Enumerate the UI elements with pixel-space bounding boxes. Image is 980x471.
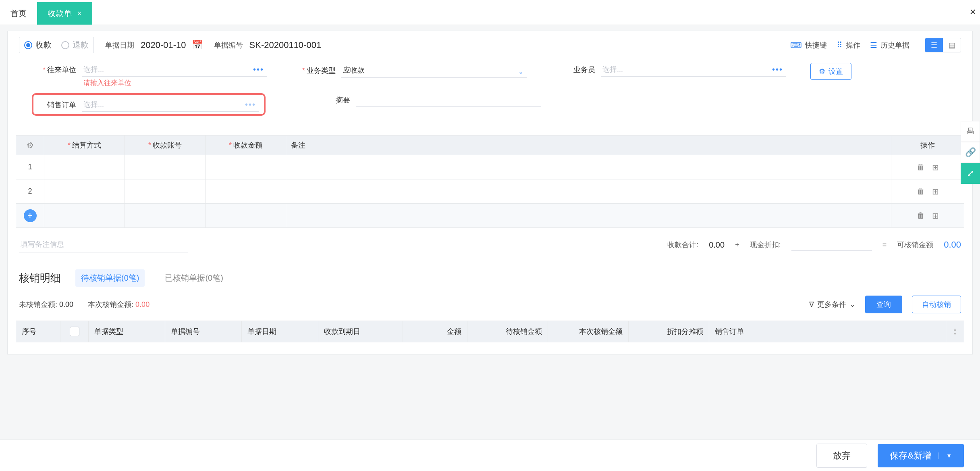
sales-order-highlight: 销售订单 ••• bbox=[32, 93, 266, 116]
grid-icon: ⠿ bbox=[837, 40, 843, 50]
cash-discount-input[interactable] bbox=[791, 239, 872, 251]
more-icon[interactable]: ••• bbox=[253, 65, 264, 74]
more-conditions-link[interactable]: ∇ 更多条件 ⌄ bbox=[809, 300, 855, 309]
tab-home[interactable]: 首页 bbox=[0, 2, 37, 25]
abandon-button[interactable]: 放弃 bbox=[816, 444, 867, 468]
col-account: *收款账号 bbox=[125, 135, 206, 155]
cell-account[interactable] bbox=[125, 155, 206, 179]
tab-pending-docs[interactable]: 待核销单据(0笔) bbox=[75, 269, 145, 287]
tab-receipt-label: 收款单 bbox=[48, 8, 72, 19]
filter-icon: ∇ bbox=[809, 300, 814, 309]
salesman-label: 业务员 bbox=[551, 65, 595, 75]
list-icon: ☰ bbox=[870, 40, 877, 50]
number-label: 单据编号 bbox=[214, 40, 243, 50]
unwriteoff-value: 0.00 bbox=[59, 300, 73, 308]
cell-note[interactable] bbox=[286, 179, 891, 203]
row-seq: 1 bbox=[16, 155, 44, 179]
col-discount: 折扣分摊额 bbox=[629, 321, 709, 342]
chevron-down-icon: ⌄ bbox=[849, 300, 855, 309]
radio-receipt[interactable]: 收款 bbox=[24, 40, 52, 50]
biz-type-label: *业务类型 bbox=[291, 66, 336, 75]
party-field: *往来单位 ••• bbox=[32, 63, 267, 77]
date-label: 单据日期 bbox=[105, 40, 134, 50]
radio-receipt-label: 收款 bbox=[35, 40, 52, 50]
cell-amount[interactable] bbox=[206, 179, 286, 203]
summary-label: 摘要 bbox=[306, 95, 350, 105]
table-row: 1 🗑 ⊞ bbox=[16, 155, 964, 179]
close-all-icon[interactable]: × bbox=[970, 6, 976, 18]
receipt-total-value: 0.00 bbox=[709, 240, 725, 250]
salesman-input[interactable] bbox=[601, 63, 786, 77]
radio-refund-label: 退款 bbox=[73, 40, 89, 50]
col-seq: 序号 bbox=[16, 321, 60, 342]
cell-note[interactable] bbox=[286, 155, 891, 179]
sales-order-input[interactable] bbox=[82, 98, 259, 112]
col-amount: *收款金额 bbox=[206, 135, 286, 155]
gear-icon[interactable]: ⚙ bbox=[16, 135, 44, 155]
writeoff-amount-label: 可核销金额 bbox=[897, 240, 933, 250]
col-sales-order: 销售订单 bbox=[709, 321, 946, 342]
col-doc-date: 单据日期 bbox=[242, 321, 318, 342]
cell-settle[interactable] bbox=[44, 179, 125, 203]
shortcut-link[interactable]: ⌨ 快捷键 bbox=[790, 40, 827, 50]
close-icon[interactable]: × bbox=[77, 9, 82, 18]
radio-icon bbox=[24, 41, 32, 49]
tab-done-docs[interactable]: 已核销单据(0笔) bbox=[159, 269, 228, 287]
view-card-button[interactable]: ▤ bbox=[943, 38, 961, 52]
more-icon[interactable]: ••• bbox=[245, 100, 256, 109]
cash-discount-label: 现金折扣: bbox=[750, 240, 781, 250]
biz-type-field: *业务类型 应收款 ⌄ bbox=[291, 63, 527, 78]
equals-sign: = bbox=[882, 241, 887, 249]
remark-input[interactable] bbox=[19, 237, 188, 252]
writeoff-amount-value: 0.00 bbox=[944, 240, 961, 250]
add-icon[interactable]: ⊞ bbox=[932, 187, 939, 196]
party-error: 请输入往来单位 bbox=[83, 78, 267, 88]
unwriteoff-label: 未核销金额: bbox=[19, 300, 57, 308]
col-amount: 金额 bbox=[403, 321, 467, 342]
radio-refund[interactable]: 退款 bbox=[61, 40, 89, 50]
settings-button[interactable]: ⚙ 设置 bbox=[810, 63, 851, 80]
operate-link[interactable]: ⠿ 操作 bbox=[837, 40, 860, 50]
this-writeoff-value: 0.00 bbox=[135, 300, 149, 308]
summary-input[interactable] bbox=[356, 93, 541, 107]
col-due-date: 收款到期日 bbox=[318, 321, 403, 342]
payment-grid: ⚙ *结算方式 *收款账号 *收款金额 备注 操作 1 🗑 ⊞ 2 bbox=[16, 135, 964, 228]
cell-settle[interactable] bbox=[44, 155, 125, 179]
view-list-button[interactable]: ☰ bbox=[925, 38, 943, 52]
query-button[interactable]: 查询 bbox=[865, 296, 902, 313]
sort-icon[interactable]: ▲▼ bbox=[946, 321, 964, 342]
add-icon[interactable]: ⊞ bbox=[932, 211, 939, 221]
expand-icon[interactable]: ⤢ bbox=[961, 163, 980, 184]
save-and-new-button[interactable]: 保存&新增 ▼ bbox=[878, 444, 964, 467]
add-icon[interactable]: ⊞ bbox=[932, 163, 939, 172]
chevron-down-icon[interactable]: ▼ bbox=[938, 452, 952, 459]
add-row-button[interactable]: + bbox=[24, 209, 37, 222]
cell-account[interactable] bbox=[125, 179, 206, 203]
auto-writeoff-button[interactable]: 自动核销 bbox=[912, 296, 961, 313]
receipt-total-label: 收款合计: bbox=[667, 240, 698, 250]
print-icon[interactable]: 🖶 bbox=[961, 121, 980, 142]
trash-icon[interactable]: 🗑 bbox=[917, 211, 925, 220]
trash-icon[interactable]: 🗑 bbox=[917, 163, 925, 172]
gear-icon: ⚙ bbox=[819, 67, 825, 76]
detail-grid: 序号 单据类型 单据编号 单据日期 收款到期日 金额 待核销金额 本次核销金额 … bbox=[16, 321, 964, 342]
calendar-icon[interactable]: 📅 bbox=[192, 40, 203, 50]
select-all-checkbox[interactable] bbox=[70, 327, 79, 336]
tab-receipt[interactable]: 收款单 × bbox=[37, 2, 92, 25]
link-icon[interactable]: 🔗 bbox=[961, 142, 980, 163]
table-row: 2 🗑 ⊞ bbox=[16, 179, 964, 204]
salesman-field: 业务员 ••• bbox=[551, 63, 786, 77]
col-note: 备注 bbox=[286, 135, 891, 155]
party-input[interactable] bbox=[82, 63, 267, 77]
cell-amount[interactable] bbox=[206, 155, 286, 179]
sales-order-field: 销售订单 ••• bbox=[38, 98, 259, 112]
keyboard-icon: ⌨ bbox=[790, 40, 802, 50]
col-doc-no: 单据编号 bbox=[165, 321, 242, 342]
biz-type-select[interactable]: 应收款 bbox=[341, 63, 527, 78]
footer-bar: 放弃 保存&新增 ▼ bbox=[0, 440, 980, 471]
trash-icon[interactable]: 🗑 bbox=[917, 187, 925, 196]
chevron-down-icon[interactable]: ⌄ bbox=[518, 68, 523, 75]
date-value[interactable]: 2020-01-10 bbox=[141, 40, 186, 50]
more-icon[interactable]: ••• bbox=[772, 65, 783, 74]
history-link[interactable]: ☰ 历史单据 bbox=[870, 40, 909, 50]
